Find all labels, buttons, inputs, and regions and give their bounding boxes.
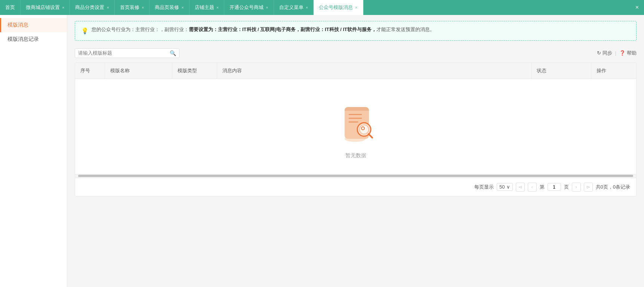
last-page-button[interactable]: ⊳ <box>584 183 593 192</box>
search-bar: 🔍 ↻ 同步 | ❓ 帮助 <box>75 48 637 58</box>
topbar-tab-theme[interactable]: 店铺主题× <box>189 0 224 15</box>
toolbar-divider: | <box>615 50 616 56</box>
empty-icon <box>333 101 378 146</box>
page-size-value: 50 <box>499 184 505 190</box>
empty-state: 暂无数据 <box>75 79 636 174</box>
sidebar-item-template[interactable]: 模版消息 <box>0 18 67 32</box>
scrollbar-track <box>78 175 633 177</box>
page-word: 第 <box>540 184 545 190</box>
topbar-tab-category[interactable]: 商品分类设置× <box>70 0 114 15</box>
page-number-input[interactable] <box>548 183 561 191</box>
page-size-label: 每页显示 <box>474 184 494 190</box>
topbar-tab-wshop[interactable]: 微商城店铺设置× <box>21 0 70 15</box>
toolbar-right: ↻ 同步 | ❓ 帮助 <box>597 50 637 57</box>
table-col-action: 操作 <box>591 63 636 79</box>
search-input[interactable] <box>78 50 170 56</box>
sync-label: 同步 <box>603 50 612 57</box>
topbar-tab-wxshop[interactable]: 开通公众号商城× <box>224 0 274 15</box>
topbar: 首页微商城店铺设置×商品分类设置×首页装修×商品页装修×店铺主题×开通公众号商城… <box>0 0 644 15</box>
notice-box: 💡 您的公众号行业为：主营行业：，副营行业：需要设置为：主营行业：IT科技 / … <box>75 21 637 41</box>
search-icon[interactable]: 🔍 <box>170 50 176 56</box>
pagination: 每页显示 50 ∨ ⊲ ‹ 第 页 › ⊳ 共0页，0条记录 <box>75 178 636 196</box>
table-col-status: 状态 <box>531 63 591 79</box>
tab-close-homepage[interactable]: × <box>142 5 144 10</box>
sync-button[interactable]: ↻ 同步 <box>597 50 612 57</box>
topbar-tab-custommenu[interactable]: 自定义菜单× <box>274 0 314 15</box>
tab-close-wshop[interactable]: × <box>62 5 64 10</box>
tab-close-category[interactable]: × <box>107 5 109 10</box>
page-size-select[interactable]: 50 ∨ <box>497 183 512 191</box>
page-unit: 页 <box>564 184 569 190</box>
help-icon: ❓ <box>619 50 625 56</box>
table-col-content: 消息内容 <box>217 63 531 79</box>
scrollbar-thumb <box>78 175 633 177</box>
main-layout: 模版消息模版消息记录 💡 您的公众号行业为：主营行业：，副营行业：需要设置为：主… <box>0 15 644 287</box>
first-page-button[interactable]: ⊲ <box>516 183 525 192</box>
empty-state-text: 暂无数据 <box>345 152 366 159</box>
prev-page-button[interactable]: ‹ <box>528 183 537 192</box>
sync-icon: ↻ <box>597 50 601 56</box>
table-col-type: 模版类型 <box>172 63 217 79</box>
tab-close-templatemsg[interactable]: × <box>355 5 357 10</box>
topbar-tab-templatemsg[interactable]: 公众号模版消息× <box>314 0 363 15</box>
sidebar-item-record[interactable]: 模版消息记录 <box>0 32 67 46</box>
help-label: 帮助 <box>627 50 637 57</box>
tab-close-custommenu[interactable]: × <box>306 5 308 10</box>
pagination-summary: 共0页，0条记录 <box>596 184 630 190</box>
close-all-button[interactable]: × <box>630 4 644 11</box>
data-table: 序号模版名称模版类型消息内容状态操作 <box>75 62 637 196</box>
topbar-tab-homepage[interactable]: 首页装修× <box>115 0 150 15</box>
search-input-wrap: 🔍 <box>75 48 179 58</box>
horizontal-scrollbar[interactable] <box>75 174 636 178</box>
sidebar: 模版消息模版消息记录 <box>0 15 67 287</box>
table-header: 序号模版名称模版类型消息内容状态操作 <box>75 63 636 79</box>
svg-line-6 <box>369 134 372 138</box>
next-page-button[interactable]: › <box>572 183 581 192</box>
content-area: 💡 您的公众号行业为：主营行业：，副营行业：需要设置为：主营行业：IT科技 / … <box>67 15 644 287</box>
topbar-tab-home[interactable]: 首页 <box>0 0 21 15</box>
table-col-index: 序号 <box>75 63 105 79</box>
tab-close-wxshop[interactable]: × <box>266 5 268 10</box>
notice-icon: 💡 <box>81 26 89 36</box>
table-col-name: 模版名称 <box>105 63 172 79</box>
topbar-tab-productpage[interactable]: 商品页装修× <box>150 0 189 15</box>
tab-close-productpage[interactable]: × <box>181 5 184 10</box>
page-size-chevron: ∨ <box>506 184 510 190</box>
help-button[interactable]: ❓ 帮助 <box>619 50 637 57</box>
tab-close-theme[interactable]: × <box>216 5 219 10</box>
notice-text: 您的公众号行业为：主营行业：，副营行业：需要设置为：主营行业：IT科技 / 互联… <box>92 26 435 34</box>
